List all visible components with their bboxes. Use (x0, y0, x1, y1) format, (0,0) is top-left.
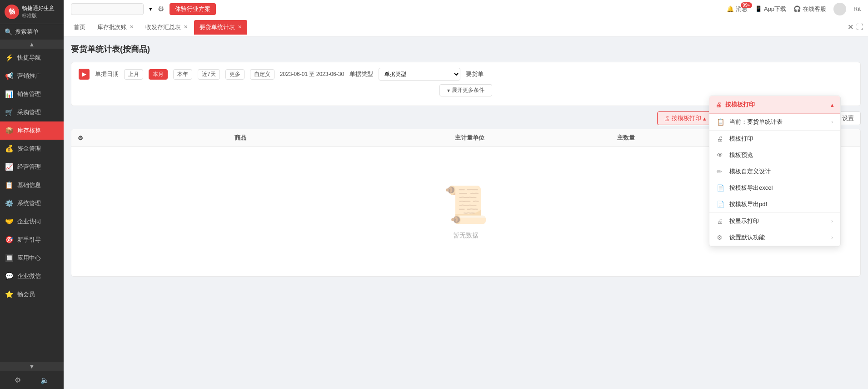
app-download-button[interactable]: 📱 App下载 (755, 5, 786, 13)
default-func-label: 设置默认功能 (729, 233, 765, 242)
date-btn-more[interactable]: 更多 (225, 69, 244, 80)
sidebar-item-label: 企业协同 (17, 217, 41, 226)
template-preview-label: 模板预览 (729, 151, 753, 159)
sound-icon[interactable]: 🔈 (40, 376, 50, 384)
sidebar-search[interactable]: 🔍 搜索菜单 (0, 24, 64, 40)
app-logo: 畅 畅捷通好生意 标准版 (0, 0, 64, 24)
mobile-icon: 📱 (755, 5, 762, 12)
newbie-icon: 🎯 (5, 235, 14, 244)
sidebar-scroll-up[interactable]: ▲ (0, 40, 64, 49)
th-settings[interactable]: ⚙ (71, 130, 90, 146)
header-gear-icon[interactable]: ⚙ (158, 5, 164, 13)
breadcrumb-dropdown-icon[interactable]: ▾ (149, 5, 152, 12)
th-qty: 主数量 (548, 129, 704, 147)
dropdown-item-template-excel[interactable]: 📄 按模板导出excel (709, 180, 840, 196)
expand-down-icon: ▾ (447, 87, 450, 94)
sidebar-item-appstore[interactable]: 🔲 应用中心 (0, 249, 64, 267)
settings-bottom-icon[interactable]: ⚙ (15, 376, 21, 384)
marketing-icon: 📢 (5, 71, 14, 81)
dropdown-collapse-icon[interactable]: ▴ (831, 101, 834, 108)
tab-requisition-stats[interactable]: 要货单统计表 ✕ (194, 20, 247, 35)
tab-requisition-stats-close[interactable]: ✕ (238, 24, 242, 30)
messages-button[interactable]: 🔔 消息 99+ (727, 5, 748, 13)
expand-more-btn[interactable]: ▾ 展开更多条件 (439, 84, 492, 96)
sidebar-item-newbie[interactable]: 🎯 新手引导 (0, 231, 64, 249)
sidebar-item-operation[interactable]: 📈 经营管理 (0, 158, 64, 176)
sidebar-nav: ⚡ 快捷导航 📢 营销推广 📊 销售管理 🛒 采购管理 📦 库存核算 💰 资金管… (0, 49, 64, 362)
print-icon: 🖨 (664, 115, 670, 122)
dropdown-display-print[interactable]: 🖨 按显示打印 › (709, 213, 840, 229)
display-print-chevron: › (831, 218, 833, 224)
default-func-chevron: › (831, 234, 833, 241)
dropdown-current-item[interactable]: 📋 当前：要货单统计表 › (709, 114, 840, 130)
sidebar-item-inventory[interactable]: 📦 库存核算 (0, 121, 64, 140)
sidebar-item-label: 销售管理 (17, 90, 41, 98)
member-icon: ⭐ (5, 290, 14, 299)
bill-type-label: 单据类型 (349, 70, 373, 78)
sidebar-item-system[interactable]: ⚙️ 系统管理 (0, 194, 64, 212)
sales-icon: 📊 (5, 90, 14, 99)
sidebar-item-finance[interactable]: 💰 资金管理 (0, 140, 64, 158)
tab-receipt-summary-close[interactable]: ✕ (184, 24, 188, 30)
sidebar-item-label: 新手引导 (17, 236, 41, 244)
sidebar-bottom: ⚙ 🔈 (0, 371, 64, 389)
tab-home-label: 首页 (74, 23, 85, 31)
sidebar-item-collab[interactable]: 🤝 企业协同 (0, 212, 64, 231)
template-custom-label: 模板自定义设计 (729, 167, 771, 176)
default-func-icon: ⚙ (717, 234, 725, 241)
template-print-icon: 🖨 (717, 135, 725, 142)
sidebar-item-wechat[interactable]: 💬 企业微信 (0, 267, 64, 285)
template-excel-icon: 📄 (717, 184, 725, 192)
breadcrumb-input[interactable] (71, 3, 144, 15)
dropdown-header[interactable]: 🖨 按模板打印 ▴ (709, 96, 840, 114)
window-close-icon[interactable]: ✕ (848, 23, 853, 31)
operation-icon: 📈 (5, 162, 14, 172)
dropdown-item-template-print[interactable]: 🖨 模板打印 (709, 131, 840, 147)
dropdown-item-template-pdf[interactable]: 📄 按模板导出pdf (709, 196, 840, 212)
online-service-label: 在线客服 (803, 5, 826, 13)
sidebar-item-label: 营销推广 (17, 72, 41, 80)
sidebar-item-shortcut[interactable]: ⚡ 快捷导航 (0, 49, 64, 67)
filter-expand-icon[interactable]: ▶ (79, 69, 90, 80)
print-template-button[interactable]: 🖨 按模板打印 ▴ (657, 111, 713, 125)
sidebar-item-marketing[interactable]: 📢 营销推广 (0, 67, 64, 85)
tab-home[interactable]: 首页 (68, 20, 91, 35)
window-maximize-icon[interactable]: ⛶ (856, 23, 863, 31)
trial-button[interactable]: 体验行业方案 (170, 3, 216, 15)
tab-receipt-summary[interactable]: 收发存汇总表 ✕ (140, 20, 193, 35)
dropdown-item-template-preview[interactable]: 👁 模板预览 (709, 147, 840, 163)
bill-type-select[interactable]: 单据类型 (379, 68, 460, 81)
date-btn-this-year[interactable]: 本年 (173, 69, 192, 80)
collab-icon: 🤝 (5, 217, 14, 226)
date-btn-7days[interactable]: 近7天 (198, 69, 220, 80)
date-btn-last-month[interactable]: 上月 (124, 69, 143, 80)
sidebar-scroll-down[interactable]: ▼ (0, 362, 64, 371)
print-chevron-icon: ▴ (703, 115, 706, 122)
dropdown-items-section: 🖨 模板打印 👁 模板预览 ✏ 模板自定义设计 📄 按模板导出excel 📄 (709, 131, 840, 213)
tab-inventory-batch-label: 库存批次账 (97, 23, 127, 31)
sidebar-item-member[interactable]: ⭐ 畅会员 (0, 285, 64, 303)
sidebar-item-label: 应用中心 (17, 254, 41, 262)
tab-inventory-batch-close[interactable]: ✕ (130, 24, 134, 30)
sidebar-item-label: 企业微信 (17, 272, 41, 280)
sidebar-item-sales[interactable]: 📊 销售管理 (0, 85, 64, 103)
date-btn-this-month[interactable]: 本月 (149, 69, 168, 80)
online-service-button[interactable]: 🎧 在线客服 (793, 5, 826, 13)
template-excel-label: 按模板导出excel (729, 184, 773, 192)
dropdown-header-label: 按模板打印 (725, 101, 755, 109)
current-icon: 📋 (717, 118, 725, 126)
avatar[interactable] (833, 3, 846, 15)
print-label: 按模板打印 (672, 114, 701, 122)
date-btn-custom[interactable]: 自定义 (250, 69, 274, 80)
sidebar-item-label: 基础信息 (17, 181, 41, 189)
tab-inventory-batch[interactable]: 库存批次账 ✕ (92, 20, 139, 35)
sidebar-item-purchase[interactable]: 🛒 采购管理 (0, 103, 64, 121)
template-pdf-icon: 📄 (717, 201, 725, 208)
search-label: 搜索菜单 (15, 28, 39, 36)
dropdown-default-func[interactable]: ⚙ 设置默认功能 › (709, 229, 840, 246)
app-download-label: App下载 (764, 5, 786, 13)
display-print-label: 按显示打印 (729, 217, 759, 225)
sidebar-item-label: 经营管理 (17, 163, 41, 171)
sidebar-item-basic[interactable]: 📋 基础信息 (0, 176, 64, 194)
dropdown-item-template-custom[interactable]: ✏ 模板自定义设计 (709, 163, 840, 180)
